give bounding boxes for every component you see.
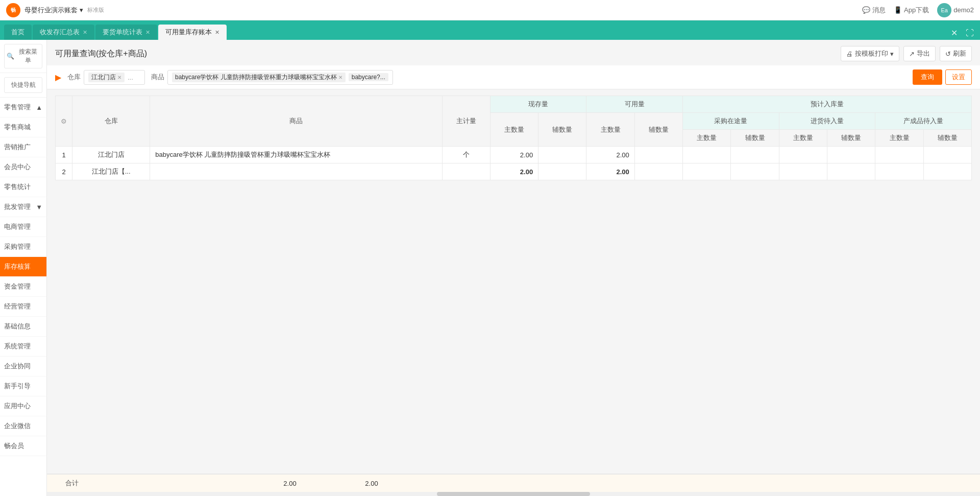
product-label: 商品: [151, 73, 164, 82]
tab-bar-right: ✕ ⛶: [949, 26, 976, 40]
page-header: 可用量查询(按仓库+商品) 🖨 按模板打印 ▾ ↗ 导出 ↺ 刷新: [47, 40, 980, 65]
tab-order-stats[interactable]: 要货单统计表 ✕: [95, 25, 157, 40]
sidebar-search-label: 搜索菜单: [16, 48, 40, 65]
sidebar-item-member[interactable]: 会员中心: [0, 157, 46, 177]
org-selector[interactable]: 母婴行业演示账套 ▾: [24, 6, 83, 15]
row2-purchase-main: [683, 163, 731, 180]
col-available-group-header: 可用量: [586, 96, 683, 113]
user-menu[interactable]: Ea demo2: [937, 3, 974, 17]
tab-bar: 首页 收发存汇总表 ✕ 要货单统计表 ✕ 可用量库存账本 ✕ ✕ ⛶: [0, 20, 980, 40]
sidebar-menu: 零售管理 ▲ 零售商城 营销推广 会员中心 零售统计 批发管理 ▼ 电商管理: [0, 98, 46, 456]
main-layout: 🔍 搜索菜单 快捷导航 零售管理 ▲ 零售商城 营销推广 会员中心: [0, 40, 980, 496]
horizontal-scrollbar[interactable]: [47, 492, 980, 496]
tab-available-stock[interactable]: 可用量库存账本 ✕: [158, 25, 227, 40]
settings-btn[interactable]: 设置: [945, 69, 972, 85]
warehouse-tag-text: 江北门店: [91, 73, 116, 82]
sidebar-item-purchase[interactable]: 采购管理: [0, 237, 46, 257]
tab-order-stats-label: 要货单统计表: [103, 28, 142, 37]
col-planned-group-header: 预计入库量: [683, 96, 972, 113]
row2-unit: [442, 163, 490, 180]
row2-stock-main: 2.00: [490, 163, 538, 180]
sidebar-item-enterprise-label: 企业协同: [4, 362, 31, 371]
tab-receipt-summary[interactable]: 收发存汇总表 ✕: [33, 25, 94, 40]
refresh-btn[interactable]: ↺ 刷新: [940, 46, 972, 61]
tab-receipt-summary-close[interactable]: ✕: [83, 29, 87, 36]
sidebar-item-newbie[interactable]: 新手引导: [0, 376, 46, 396]
row1-available-aux: [634, 147, 682, 163]
app-download-label: App下载: [904, 6, 929, 15]
product-tag-1-close[interactable]: ✕: [338, 75, 342, 80]
sidebar-search-btn[interactable]: 🔍 搜索菜单: [4, 44, 42, 68]
sidebar-item-retail-store[interactable]: 零售商城: [0, 117, 46, 137]
sidebar-item-retail-stats-label: 零售统计: [4, 182, 31, 192]
sidebar-item-retail-stats[interactable]: 零售统计: [0, 177, 46, 197]
row1-stock-aux: [538, 147, 586, 163]
col-stock-group-header: 现存量: [490, 96, 586, 113]
sidebar: 🔍 搜索菜单 快捷导航 零售管理 ▲ 零售商城 营销推广 会员中心: [0, 40, 47, 496]
sidebar-item-operations[interactable]: 经营管理: [0, 297, 46, 317]
scrollbar-thumb[interactable]: [437, 492, 590, 496]
sidebar-nav-section: 快捷导航: [0, 73, 46, 98]
col-settings-icon[interactable]: ⚙: [61, 117, 67, 125]
row1-unit: 个: [442, 147, 490, 163]
footer-stock-main: 2.00: [270, 480, 310, 487]
table-footer: 合计 2.00 2.00: [47, 474, 980, 492]
message-btn[interactable]: 💬 消息: [862, 6, 886, 15]
row1-product: babycare学饮杯 儿童防摔防撞吸管杯重力球吸嘴杯宝宝水杯: [150, 147, 442, 163]
warehouse-input[interactable]: 江北门店 ✕ ...: [84, 70, 145, 85]
print-dropdown-icon: ▾: [890, 50, 894, 58]
col-available-main-header: 主数量: [586, 113, 634, 147]
sidebar-item-finance[interactable]: 资金管理: [0, 277, 46, 297]
sidebar-item-vip[interactable]: 畅会员: [0, 436, 46, 456]
content-area: 可用量查询(按仓库+商品) 🖨 按模板打印 ▾ ↗ 导出 ↺ 刷新 ▶: [47, 40, 980, 496]
print-btn[interactable]: 🖨 按模板打印 ▾: [841, 46, 899, 61]
col-stock-main-header: 主数量: [490, 113, 538, 147]
col-purchase-main-header: 主数量: [683, 130, 731, 147]
product-input[interactable]: babycare学饮杯 儿童防摔防撞吸管杯重力球吸嘴杯宝宝水杯 ✕ babyca…: [167, 70, 393, 85]
top-bar-sublabel: 标准版: [87, 6, 104, 14]
sidebar-item-ecommerce[interactable]: 电商管理: [0, 217, 46, 237]
filter-toggle-btn[interactable]: ▶: [55, 73, 61, 82]
filter-area: ▶ 仓库 江北门店 ✕ ... 商品 babycare学饮杯 儿童防摔防撞吸管杯…: [47, 65, 980, 89]
sidebar-item-app-center[interactable]: 应用中心: [0, 396, 46, 416]
sidebar-item-system[interactable]: 系统管理: [0, 337, 46, 357]
footer-label: 合计: [55, 479, 137, 488]
footer-available-main: 2.00: [351, 480, 392, 487]
col-incoming-main-header: 主数量: [779, 130, 827, 147]
row2-production-main: [875, 163, 923, 180]
sidebar-item-ecommerce-label: 电商管理: [4, 222, 31, 231]
sidebar-item-wholesale[interactable]: 批发管理 ▼: [0, 197, 46, 217]
refresh-icon: ↺: [945, 50, 951, 58]
warehouse-more[interactable]: ...: [128, 74, 133, 81]
tab-receipt-summary-label: 收发存汇总表: [40, 28, 80, 37]
tab-home[interactable]: 首页: [4, 25, 32, 40]
sidebar-item-enterprise-wechat[interactable]: 企业微信: [0, 416, 46, 436]
sidebar-item-inventory[interactable]: 库存核算: [0, 257, 46, 277]
sidebar-item-app-center-label: 应用中心: [4, 401, 31, 411]
product-tag-2-text: babycare?...: [352, 74, 385, 81]
sidebar-item-vip-label: 畅会员: [4, 441, 24, 451]
row1-stock-main: 2.00: [490, 147, 538, 163]
sidebar-item-basic-info[interactable]: 基础信息: [0, 317, 46, 337]
col-stock-aux-header: 辅数量: [538, 113, 586, 147]
query-btn[interactable]: 查询: [913, 69, 942, 85]
sidebar-item-enterprise[interactable]: 企业协同: [0, 357, 46, 376]
product-tag-2: babycare?...: [349, 73, 388, 81]
tab-order-stats-close[interactable]: ✕: [145, 29, 150, 36]
tab-close-all-btn[interactable]: ✕: [949, 26, 960, 40]
logo-icon: 畅: [6, 3, 20, 17]
row1-incoming-main: [779, 147, 827, 163]
col-product-header: 商品: [150, 96, 442, 147]
sidebar-item-marketing[interactable]: 营销推广: [0, 137, 46, 157]
export-btn[interactable]: ↗ 导出: [903, 46, 936, 61]
col-available-aux-header: 辅数量: [634, 113, 682, 147]
warehouse-tag-close[interactable]: ✕: [117, 75, 121, 80]
sidebar-item-inventory-label: 库存核算: [4, 262, 31, 271]
sidebar-item-retail-mgmt[interactable]: 零售管理 ▲: [0, 98, 46, 117]
app-download-btn[interactable]: 📱 App下载: [894, 6, 929, 15]
row2-num: 2: [56, 163, 72, 180]
tab-available-stock-close[interactable]: ✕: [215, 29, 219, 36]
row1-production-main: [875, 147, 923, 163]
sidebar-nav-btn[interactable]: 快捷导航: [4, 77, 42, 93]
tab-fullscreen-btn[interactable]: ⛶: [964, 27, 976, 40]
